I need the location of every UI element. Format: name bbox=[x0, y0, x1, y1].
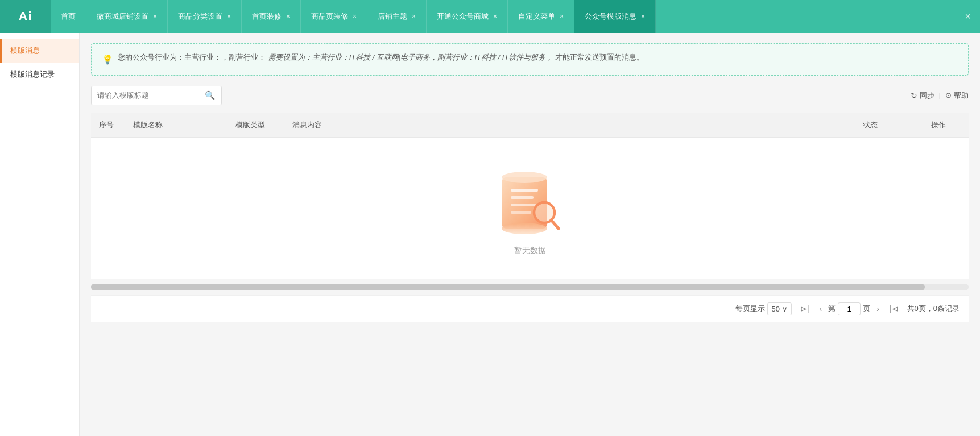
sidebar: 模版消息模版消息记录 bbox=[0, 33, 80, 436]
nav-tab[interactable]: 微商城店铺设置× bbox=[86, 0, 168, 33]
close-tab-icon[interactable]: × bbox=[560, 13, 564, 20]
table-header-name: 模版名称 bbox=[125, 113, 228, 138]
notice-text: 您的公众号行业为：主营行业：，副营行业： 需要设置为：主营行业：IT科技 / 互… bbox=[118, 52, 644, 64]
svg-rect-4 bbox=[511, 196, 534, 199]
pagination-bar: 每页显示 50 ∨ ⊳| ‹ 第 页 › |⊲ 共0页，0条记录 bbox=[91, 295, 969, 322]
first-page-button[interactable]: ⊳| bbox=[796, 302, 813, 315]
content-area: 💡 您的公众号行业为：主营行业：，副营行业： 需要设置为：主营行业：IT科技 /… bbox=[80, 33, 980, 436]
notice-banner: 💡 您的公众号行业为：主营行业：，副营行业： 需要设置为：主营行业：IT科技 /… bbox=[91, 43, 969, 76]
top-nav: Ai 首页微商城店铺设置×商品分类设置×首页装修×商品页装修×店铺主题×开通公众… bbox=[0, 0, 980, 33]
svg-rect-5 bbox=[511, 204, 536, 206]
nav-tab[interactable]: 公众号模版消息× bbox=[574, 0, 656, 33]
separator: | bbox=[939, 91, 941, 99]
close-tab-icon[interactable]: × bbox=[493, 13, 497, 20]
last-page-button[interactable]: |⊲ bbox=[886, 302, 903, 315]
sidebar-item[interactable]: 模版消息记录 bbox=[0, 63, 79, 86]
svg-point-2 bbox=[502, 223, 547, 234]
page-input[interactable] bbox=[838, 302, 861, 315]
page-label-suffix: 页 bbox=[863, 304, 870, 314]
table-header-type: 模版类型 bbox=[228, 113, 284, 138]
table-header-action: 操作 bbox=[923, 113, 969, 138]
nav-tab[interactable]: 商品页装修× bbox=[301, 0, 367, 33]
search-bar: 🔍 ↻ 同步 | ⊙ 帮助 bbox=[91, 86, 969, 105]
sidebar-item[interactable]: 模版消息 bbox=[0, 39, 79, 63]
page-size-select: 每页显示 50 ∨ bbox=[735, 302, 791, 315]
close-tab-icon[interactable]: × bbox=[353, 13, 357, 20]
page-size-dropdown[interactable]: 50 ∨ bbox=[767, 302, 791, 315]
chevron-down-icon: ∨ bbox=[782, 305, 788, 313]
nav-tab[interactable]: 首页装修× bbox=[242, 0, 301, 33]
nav-tab[interactable]: 首页 bbox=[51, 0, 86, 33]
page-size-label: 每页显示 bbox=[735, 304, 765, 314]
empty-icon bbox=[496, 172, 564, 234]
page-navigation: ⊳| ‹ 第 页 › |⊲ bbox=[796, 302, 903, 315]
help-button[interactable]: ⊙ 帮助 bbox=[945, 90, 969, 101]
close-all-button[interactable]: × bbox=[956, 0, 980, 33]
table-header-index: 序号 bbox=[91, 113, 125, 138]
help-icon: ⊙ bbox=[945, 91, 952, 99]
sync-icon: ↻ bbox=[911, 91, 917, 100]
search-input[interactable] bbox=[92, 87, 199, 103]
horizontal-scrollbar[interactable] bbox=[91, 284, 969, 290]
nav-tab[interactable]: 商品分类设置× bbox=[168, 0, 242, 33]
scrollbar-thumb bbox=[91, 284, 925, 290]
nav-tabs: 首页微商城店铺设置×商品分类设置×首页装修×商品页装修×店铺主题×开通公众号商城… bbox=[51, 0, 956, 33]
total-records: 共0页，0条记录 bbox=[907, 304, 960, 314]
search-button[interactable]: 🔍 bbox=[199, 86, 222, 105]
prev-page-button[interactable]: ‹ bbox=[816, 302, 826, 315]
nav-tab[interactable]: 自定义菜单× bbox=[508, 0, 574, 33]
table-header-status: 状态 bbox=[855, 113, 923, 138]
close-tab-icon[interactable]: × bbox=[641, 13, 645, 20]
close-tab-icon[interactable]: × bbox=[153, 13, 157, 20]
svg-rect-6 bbox=[511, 211, 531, 214]
app-logo: Ai bbox=[0, 0, 51, 33]
svg-rect-3 bbox=[511, 189, 538, 192]
empty-state: 暂无数据 bbox=[91, 138, 969, 279]
empty-text: 暂无数据 bbox=[91, 246, 969, 256]
bulb-icon: 💡 bbox=[102, 52, 113, 67]
nav-tab[interactable]: 开通公众号商城× bbox=[427, 0, 508, 33]
page-label-prefix: 第 bbox=[828, 304, 836, 314]
search-actions: ↻ 同步 | ⊙ 帮助 bbox=[911, 90, 969, 101]
data-table: 序号模版名称模版类型消息内容状态操作 bbox=[91, 113, 969, 279]
close-tab-icon[interactable]: × bbox=[286, 13, 290, 20]
svg-point-1 bbox=[502, 172, 547, 183]
search-input-wrap[interactable]: 🔍 bbox=[91, 86, 222, 105]
table-header-row: 序号模版名称模版类型消息内容状态操作 bbox=[91, 113, 969, 138]
close-tab-icon[interactable]: × bbox=[412, 13, 416, 20]
nav-tab[interactable]: 店铺主题× bbox=[367, 0, 427, 33]
svg-line-8 bbox=[551, 220, 559, 229]
table-header-content: 消息内容 bbox=[284, 113, 855, 138]
close-tab-icon[interactable]: × bbox=[227, 13, 231, 20]
next-page-button[interactable]: › bbox=[873, 302, 883, 315]
sync-button[interactable]: ↻ 同步 bbox=[911, 90, 934, 101]
main-layout: 模版消息模版消息记录 💡 您的公众号行业为：主营行业：，副营行业： 需要设置为：… bbox=[0, 33, 980, 436]
